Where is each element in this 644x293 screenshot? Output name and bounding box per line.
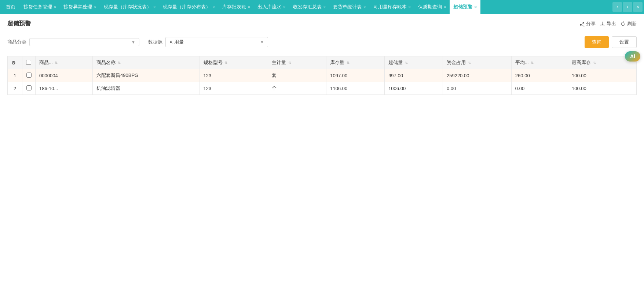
export-icon (600, 21, 605, 26)
row-spec: 123 (200, 82, 268, 95)
category-label: 商品分类 (7, 39, 26, 45)
category-select[interactable]: ▼ (29, 38, 139, 46)
row-product-code: 186-10... (36, 82, 93, 95)
close-icon[interactable]: × (248, 5, 250, 9)
sort-icon: ⇅ (468, 61, 471, 65)
row-index: 1 (8, 69, 22, 82)
col-header-capital[interactable]: 资金占用 ⇅ (443, 56, 511, 69)
table-row: 1 0000004 六配套新昌490BPG 123 套 1097.00 997.… (8, 69, 637, 82)
refresh-icon (621, 21, 626, 26)
row-capital: 0.00 (443, 82, 511, 95)
nav-tab-1[interactable]: 拣货异常处理 × (60, 0, 100, 14)
export-button[interactable]: 导出 (600, 21, 616, 27)
share-button[interactable]: 分享 (579, 21, 596, 27)
query-button[interactable]: 查询 (585, 36, 609, 48)
col-header-over-stock[interactable]: 超储量 ⇅ (385, 56, 443, 69)
ai-badge[interactable]: Ai (625, 51, 640, 62)
sort-icon: ⇅ (405, 61, 408, 65)
row-unit: 个 (268, 82, 326, 95)
sort-icon: ⇅ (224, 61, 227, 65)
refresh-button[interactable]: 刷新 (621, 21, 637, 27)
datasource-filter-group: 数据源 可用量 ▼ (148, 37, 268, 47)
filter-actions: 查询 设置 (585, 36, 637, 48)
chevron-down-icon: ▼ (260, 40, 264, 44)
row-avg: 0.00 (511, 82, 568, 95)
close-icon[interactable]: × (153, 5, 155, 9)
nav-tab-10[interactable]: 超储预警 × (450, 0, 480, 14)
col-header-checkbox[interactable] (22, 56, 36, 69)
close-icon[interactable]: × (474, 5, 476, 9)
row-checkbox[interactable] (26, 85, 32, 90)
close-icon[interactable]: × (409, 5, 411, 9)
col-header-gear[interactable]: ⚙ (8, 56, 22, 69)
row-index: 2 (8, 82, 22, 95)
close-icon[interactable]: × (283, 5, 285, 9)
row-product-name: 六配套新昌490BPG (93, 69, 200, 82)
col-header-unit[interactable]: 主计量 ⇅ (268, 56, 326, 69)
row-max-stock: 100.00 (568, 82, 637, 95)
close-icon[interactable]: × (363, 5, 366, 9)
page-title: 超储预警 (7, 20, 31, 27)
nav-next-button[interactable]: › (623, 2, 632, 12)
nav-arrows: ‹ › × (612, 2, 643, 12)
nav-close-button[interactable]: × (633, 2, 643, 12)
col-header-product-name[interactable]: 商品名称 ⇅ (93, 56, 200, 69)
row-unit: 套 (268, 69, 326, 82)
page-header: 超储预警 分享 导出 刷新 (7, 20, 637, 27)
page-content: 超储预警 分享 导出 刷新 (0, 14, 644, 293)
row-product-name: 机油滤清器 (93, 82, 200, 95)
datasource-select-value: 可用量 (169, 39, 257, 45)
close-icon[interactable]: × (94, 5, 96, 9)
nav-tab-4[interactable]: 库存批次账 × (219, 0, 254, 14)
col-header-product-code[interactable]: 商品... ⇅ (36, 56, 93, 69)
sort-icon: ⇅ (55, 61, 58, 65)
nav-home[interactable]: 首页 (1, 4, 20, 10)
col-header-spec[interactable]: 规格型号 ⇅ (200, 56, 268, 69)
select-all-checkbox[interactable] (26, 60, 31, 65)
nav-tab-5[interactable]: 出入库流水 × (254, 0, 289, 14)
row-stock: 1106.00 (326, 82, 385, 95)
share-icon (579, 21, 585, 26)
sort-icon: ⇅ (288, 61, 291, 65)
row-max-stock: 100.00 (568, 69, 637, 82)
close-icon[interactable]: × (54, 5, 56, 9)
nav-tab-0[interactable]: 拣货任务管理 × (20, 0, 60, 14)
row-stock: 1097.00 (326, 69, 385, 82)
sort-icon: ⇅ (593, 61, 596, 65)
row-spec: 123 (200, 69, 268, 82)
nav-tab-9[interactable]: 保质期查询 × (414, 0, 450, 14)
row-over-stock: 1006.00 (385, 82, 443, 95)
sort-icon: ⇅ (118, 61, 121, 65)
row-capital: 259220.00 (443, 69, 511, 82)
filter-bar: 商品分类 ▼ 数据源 可用量 ▼ 查询 设置 (7, 33, 637, 51)
row-checkbox-cell[interactable] (22, 82, 36, 95)
gear-icon: ⚙ (11, 60, 16, 66)
row-product-code: 0000004 (36, 69, 93, 82)
datasource-select[interactable]: 可用量 ▼ (165, 37, 268, 47)
nav-tab-8[interactable]: 可用量库存账本 × (370, 0, 414, 14)
chevron-down-icon: ▼ (131, 40, 135, 44)
col-header-avg[interactable]: 平均... ⇅ (511, 56, 568, 69)
row-checkbox-cell[interactable] (22, 69, 36, 82)
nav-tab-6[interactable]: 收发存汇总表 × (289, 0, 329, 14)
close-icon[interactable]: × (444, 5, 446, 9)
row-avg: 260.00 (511, 69, 568, 82)
row-over-stock: 997.00 (385, 69, 443, 82)
sort-icon: ⇅ (347, 61, 350, 65)
nav-prev-button[interactable]: ‹ (612, 2, 622, 12)
close-icon[interactable]: × (323, 5, 326, 9)
col-header-stock[interactable]: 库存量 ⇅ (326, 56, 385, 69)
sort-icon: ⇅ (531, 61, 534, 65)
data-table: ⚙ 商品... ⇅ 商品名称 ⇅ 规格型号 ⇅ 主计量 (7, 56, 637, 95)
header-actions: 分享 导出 刷新 (579, 21, 637, 27)
top-nav: 首页 拣货任务管理 × 拣货异常处理 × 现存量（库存状况表） × 现存量（库存… (0, 0, 644, 14)
settings-button[interactable]: 设置 (612, 36, 637, 48)
table-row: 2 186-10... 机油滤清器 123 个 1106.00 1006.00 … (8, 82, 637, 95)
row-checkbox[interactable] (26, 73, 32, 78)
category-filter-group: 商品分类 ▼ (7, 38, 139, 46)
close-icon[interactable]: × (212, 5, 215, 9)
nav-tab-7[interactable]: 要货单统计表 × (329, 0, 369, 14)
nav-tab-2[interactable]: 现存量（库存状况表） × (100, 0, 159, 14)
nav-tab-3[interactable]: 现存量（库存分布表） × (159, 0, 218, 14)
datasource-label: 数据源 (148, 39, 162, 45)
